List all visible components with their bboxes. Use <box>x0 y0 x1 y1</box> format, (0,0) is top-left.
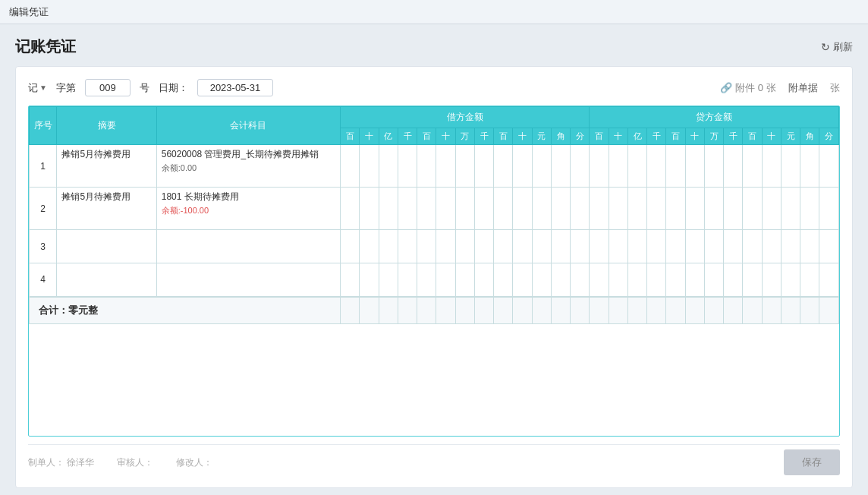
debit-amount-r1-c13[interactable] <box>571 145 590 188</box>
debit-amount-r4-c4[interactable] <box>398 263 417 297</box>
credit-amount-r1-c3[interactable] <box>627 145 646 188</box>
credit-amount-r1-c12[interactable] <box>800 145 819 188</box>
pages-field[interactable]: 张 <box>830 81 840 95</box>
credit-amount-r1-c6[interactable] <box>685 145 704 188</box>
attachment-link[interactable]: 🔗 附件 0 张 <box>720 81 776 95</box>
table-row[interactable]: 4 <box>30 263 839 297</box>
credit-amount-r3-c1[interactable] <box>590 230 609 263</box>
credit-amount-r3-c10[interactable] <box>762 230 781 263</box>
credit-amount-r1-c10[interactable] <box>762 145 781 188</box>
debit-amount-r1-c3[interactable] <box>379 145 398 188</box>
credit-amount-r3-c4[interactable] <box>647 230 666 263</box>
credit-amount-r2-c6[interactable] <box>685 188 704 230</box>
debit-amount-r4-c5[interactable] <box>417 263 436 297</box>
debit-amount-r2-c11[interactable] <box>532 188 551 230</box>
debit-amount-r2-c2[interactable] <box>360 188 379 230</box>
debit-amount-r1-c8[interactable] <box>474 145 493 188</box>
credit-amount-r4-c3[interactable] <box>627 263 646 297</box>
debit-amount-r3-c6[interactable] <box>436 230 455 263</box>
credit-amount-r2-c5[interactable] <box>666 188 685 230</box>
debit-amount-r1-c9[interactable] <box>494 145 513 188</box>
credit-amount-r1-c7[interactable] <box>704 145 723 188</box>
debit-amount-r4-c2[interactable] <box>360 263 379 297</box>
credit-amount-r1-c11[interactable] <box>781 145 800 188</box>
debit-amount-r4-c7[interactable] <box>455 263 474 297</box>
credit-amount-r1-c9[interactable] <box>743 145 762 188</box>
attach-doc-button[interactable]: 附单据 <box>788 81 818 95</box>
save-button[interactable]: 保存 <box>784 449 840 475</box>
credit-amount-r1-c5[interactable] <box>666 145 685 188</box>
debit-amount-r2-c3[interactable] <box>379 188 398 230</box>
debit-amount-r3-c7[interactable] <box>455 230 474 263</box>
credit-amount-r2-c3[interactable] <box>627 188 646 230</box>
debit-amount-r2-c8[interactable] <box>474 188 493 230</box>
debit-amount-r4-c12[interactable] <box>551 263 570 297</box>
debit-amount-r3-c11[interactable] <box>532 230 551 263</box>
debit-amount-r4-c13[interactable] <box>571 263 590 297</box>
debit-amount-r1-c1[interactable] <box>341 145 360 188</box>
summary-cell-2[interactable]: 摊销5月待摊费用 <box>57 188 156 230</box>
account-cell-4[interactable] <box>156 263 341 297</box>
voucher-type-button[interactable]: 记 ▼ <box>28 81 47 95</box>
credit-amount-r4-c9[interactable] <box>743 263 762 297</box>
debit-amount-r4-c10[interactable] <box>513 263 532 297</box>
credit-amount-r2-c8[interactable] <box>724 188 743 230</box>
debit-amount-r1-c4[interactable] <box>398 145 417 188</box>
debit-amount-r3-c1[interactable] <box>341 230 360 263</box>
debit-amount-r1-c5[interactable] <box>417 145 436 188</box>
debit-amount-r3-c9[interactable] <box>494 230 513 263</box>
credit-amount-r4-c11[interactable] <box>781 263 800 297</box>
debit-amount-r2-c7[interactable] <box>455 188 474 230</box>
credit-amount-r2-c2[interactable] <box>609 188 627 230</box>
debit-amount-r2-c5[interactable] <box>417 188 436 230</box>
credit-amount-r2-c1[interactable] <box>590 188 609 230</box>
debit-amount-r4-c9[interactable] <box>494 263 513 297</box>
debit-amount-r1-c2[interactable] <box>360 145 379 188</box>
credit-amount-r2-c4[interactable] <box>647 188 666 230</box>
debit-amount-r3-c5[interactable] <box>417 230 436 263</box>
credit-amount-r3-c6[interactable] <box>685 230 704 263</box>
credit-amount-r1-c4[interactable] <box>647 145 666 188</box>
credit-amount-r2-c13[interactable] <box>819 188 839 230</box>
account-cell-2[interactable]: 1801 长期待摊费用余额:-100.00 <box>156 188 341 230</box>
debit-amount-r2-c9[interactable] <box>494 188 513 230</box>
debit-amount-r2-c10[interactable] <box>513 188 532 230</box>
credit-amount-r3-c13[interactable] <box>819 230 839 263</box>
credit-amount-r1-c8[interactable] <box>724 145 743 188</box>
debit-amount-r3-c10[interactable] <box>513 230 532 263</box>
credit-amount-r4-c10[interactable] <box>762 263 781 297</box>
voucher-number-field[interactable]: 009 <box>85 79 131 96</box>
credit-amount-r3-c3[interactable] <box>627 230 646 263</box>
debit-amount-r3-c12[interactable] <box>551 230 570 263</box>
refresh-button[interactable]: ↻ 刷新 <box>821 40 853 54</box>
credit-amount-r3-c9[interactable] <box>743 230 762 263</box>
credit-amount-r4-c7[interactable] <box>704 263 723 297</box>
summary-cell-1[interactable]: 摊销5月待摊费用 <box>57 145 156 188</box>
credit-amount-r3-c5[interactable] <box>666 230 685 263</box>
account-cell-1[interactable]: 56020008 管理费用_长期待摊费用摊销余额:0.00 <box>156 145 341 188</box>
credit-amount-r2-c11[interactable] <box>781 188 800 230</box>
credit-amount-r4-c1[interactable] <box>590 263 609 297</box>
table-row[interactable]: 2摊销5月待摊费用1801 长期待摊费用余额:-100.00 <box>30 188 839 230</box>
credit-amount-r2-c9[interactable] <box>743 188 762 230</box>
credit-amount-r1-c1[interactable] <box>590 145 609 188</box>
credit-amount-r2-c10[interactable] <box>762 188 781 230</box>
credit-amount-r4-c5[interactable] <box>666 263 685 297</box>
credit-amount-r4-c4[interactable] <box>647 263 666 297</box>
debit-amount-r1-c12[interactable] <box>551 145 570 188</box>
summary-cell-3[interactable] <box>57 230 156 263</box>
debit-amount-r1-c11[interactable] <box>532 145 551 188</box>
credit-amount-r4-c12[interactable] <box>800 263 819 297</box>
credit-amount-r4-c8[interactable] <box>724 263 743 297</box>
credit-amount-r4-c2[interactable] <box>609 263 627 297</box>
debit-amount-r3-c8[interactable] <box>474 230 493 263</box>
debit-amount-r2-c1[interactable] <box>341 188 360 230</box>
credit-amount-r4-c6[interactable] <box>685 263 704 297</box>
credit-amount-r3-c2[interactable] <box>609 230 627 263</box>
debit-amount-r4-c6[interactable] <box>436 263 455 297</box>
debit-amount-r1-c10[interactable] <box>513 145 532 188</box>
debit-amount-r1-c7[interactable] <box>455 145 474 188</box>
debit-amount-r3-c4[interactable] <box>398 230 417 263</box>
credit-amount-r2-c7[interactable] <box>704 188 723 230</box>
debit-amount-r2-c12[interactable] <box>551 188 570 230</box>
